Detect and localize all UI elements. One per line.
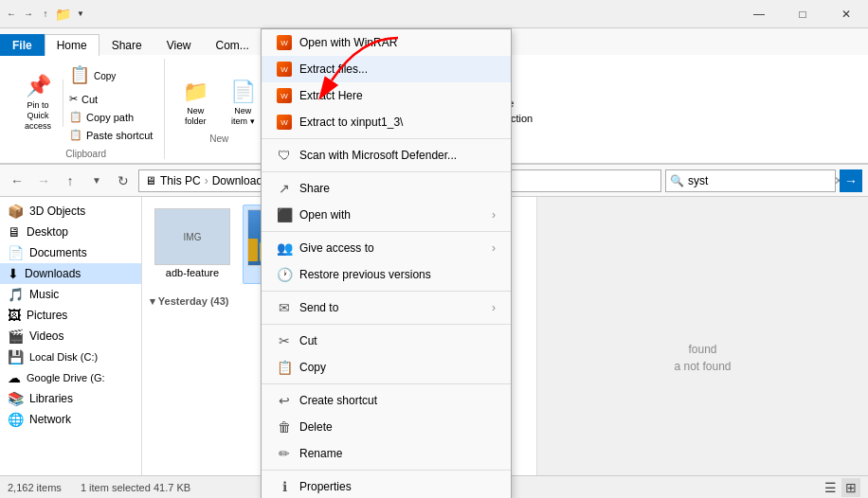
qs-dropdown[interactable]: ▼ (73, 7, 88, 22)
cm-share[interactable]: ↗ Share (262, 175, 511, 202)
cm-give-access[interactable]: 👥 Give access to › (262, 235, 511, 261)
cm-rename[interactable]: ✏ Rename (262, 440, 511, 467)
sidebar-label-desktop: Desktop (27, 225, 68, 239)
copy-path-button[interactable]: 📋 Copy path (65, 109, 156, 125)
libraries-icon: 📚 (8, 391, 24, 406)
recent-locations-button[interactable]: ▼ (85, 169, 108, 192)
sidebar-label-libraries: Libraries (29, 392, 73, 405)
new-items: 📁 Newfolder 📄 Newitem ▾ (172, 74, 265, 133)
sidebar-label-google-drive: Google Drive (G: (27, 372, 105, 383)
file-name-adb: adb-feature (166, 267, 219, 278)
cm-extract-here[interactable]: W Extract Here (262, 82, 511, 109)
date-arrow[interactable]: ▾ (150, 295, 158, 307)
new-item-label: Newitem ▾ (231, 106, 255, 127)
cm-label-extract-here: Extract Here (299, 89, 496, 102)
tab-file[interactable]: File (0, 34, 45, 56)
search-go-button[interactable]: → (840, 169, 862, 192)
open-with-arrow: › (492, 208, 496, 222)
cm-send-to[interactable]: ✉ Send to › (262, 294, 511, 321)
address-path: This PC › Downloads (160, 174, 268, 187)
file-item-adb[interactable]: IMG adb-feature (150, 205, 235, 284)
context-menu: W Open with WinRAR W Extract files... W … (261, 28, 512, 498)
tab-view[interactable]: View (154, 34, 204, 56)
cm-label-properties: Properties (299, 480, 496, 493)
sidebar-item-google-drive[interactable]: ☁ Google Drive (G: (0, 367, 141, 388)
tab-com[interactable]: Com... (204, 34, 262, 56)
local-disk-icon: 💾 (8, 349, 24, 365)
cm-properties[interactable]: ℹ Properties (262, 473, 511, 498)
cm-create-shortcut[interactable]: ↩ Create shortcut (262, 387, 511, 414)
cut-button[interactable]: ✂ Cut (65, 91, 156, 107)
cm-label-open-winrar: Open with WinRAR (299, 36, 496, 49)
cm-sep-6 (262, 383, 511, 384)
quick-access-forward[interactable]: → (21, 7, 36, 22)
open-with-icon: ⬛ (277, 207, 292, 222)
restore-icon: 🕐 (277, 267, 292, 282)
tab-home[interactable]: Home (45, 34, 99, 56)
pin-to-quick-access-button[interactable]: 📌 Pin to Quickaccess (15, 72, 61, 133)
close-button[interactable]: ✕ (824, 0, 868, 28)
copy-button[interactable]: 📋 Copy (65, 62, 156, 89)
copy-label: Copy (94, 71, 116, 81)
forward-button[interactable]: → (32, 169, 55, 192)
desktop-icon: 🖥 (8, 224, 21, 240)
found-results: found a not found (674, 343, 731, 373)
search-box[interactable]: 🔍 ✕ (665, 169, 836, 192)
sidebar-label-videos: Videos (29, 329, 63, 343)
sidebar-item-pictures[interactable]: 🖼 Pictures (0, 305, 141, 326)
sidebar-item-3d-objects[interactable]: 📦 3D Objects (0, 201, 141, 222)
cm-sep-7 (262, 470, 511, 471)
large-icons-view-button[interactable]: ⊞ (841, 478, 860, 497)
cm-sep-2 (262, 171, 511, 172)
cm-extract-to[interactable]: W Extract to xinput1_3\ (262, 109, 511, 135)
quick-access-up[interactable]: ↑ (38, 7, 53, 22)
winrar-icon-1: W (277, 35, 292, 50)
cm-scan-defender[interactable]: 🛡 Scan with Microsoft Defender... (262, 142, 511, 169)
cm-label-give-access: Give access to (299, 241, 484, 255)
search-input[interactable] (688, 174, 830, 187)
cm-open-with[interactable]: ⬛ Open with › (262, 202, 511, 228)
sidebar-item-network[interactable]: 🌐 Network (0, 409, 141, 430)
minimize-button[interactable]: — (737, 0, 781, 28)
send-to-arrow: › (492, 301, 496, 314)
new-item-button[interactable]: 📄 Newitem ▾ (220, 78, 265, 129)
sidebar-item-local-disk[interactable]: 💾 Local Disk (C:) (0, 347, 141, 367)
cm-label-copy: Copy (299, 361, 496, 374)
cm-copy[interactable]: 📋 Copy (262, 354, 511, 381)
ribbon-group-clipboard: 📌 Pin to Quickaccess 📋 Copy ✂ Cut 📋 (8, 59, 165, 159)
sidebar-item-music[interactable]: 🎵 Music (0, 284, 141, 305)
properties-cm-icon: ℹ (277, 479, 292, 494)
cm-sep-4 (262, 291, 511, 292)
sidebar-item-downloads[interactable]: ⬇ Downloads (0, 263, 141, 284)
sidebar-item-documents[interactable]: 📄 Documents (0, 242, 141, 263)
network-icon: 🌐 (8, 412, 24, 427)
cm-delete[interactable]: 🗑 Delete (262, 414, 511, 440)
cm-restore-versions[interactable]: 🕐 Restore previous versions (262, 261, 511, 288)
cm-extract-files[interactable]: W Extract files... (262, 56, 511, 82)
up-button[interactable]: ↑ (59, 169, 81, 192)
quick-access-back[interactable]: ← (4, 7, 19, 22)
view-controls: ☰ ⊞ (821, 478, 860, 497)
tab-share[interactable]: Share (99, 34, 154, 56)
share-icon: ↗ (277, 181, 292, 196)
selected-info: 1 item selected 41.7 KB (81, 482, 190, 493)
back-button[interactable]: ← (6, 169, 28, 192)
details-view-button[interactable]: ☰ (821, 478, 840, 497)
downloads-icon: ⬇ (8, 266, 19, 281)
address-pc[interactable]: This PC (160, 174, 201, 187)
cm-open-with-winrar[interactable]: W Open with WinRAR (262, 29, 511, 56)
copy-cm-icon: 📋 (277, 360, 292, 375)
maximize-button[interactable]: □ (781, 0, 824, 28)
cm-cut[interactable]: ✂ Cut (262, 328, 511, 354)
sidebar-item-videos[interactable]: 🎬 Videos (0, 326, 141, 347)
sidebar-label-3d: 3D Objects (29, 205, 85, 218)
new-folder-button[interactable]: 📁 Newfolder (172, 78, 218, 129)
paste-shortcut-button[interactable]: 📋 Paste shortcut (65, 127, 156, 143)
item-count: 2,162 items (8, 482, 62, 493)
search-icon: 🔍 (670, 174, 684, 187)
sidebar-item-libraries[interactable]: 📚 Libraries (0, 388, 141, 409)
sidebar-item-desktop[interactable]: 🖥 Desktop (0, 222, 141, 242)
cm-sep-5 (262, 324, 511, 325)
refresh-button[interactable]: ↻ (112, 169, 135, 192)
music-icon: 🎵 (8, 287, 24, 302)
